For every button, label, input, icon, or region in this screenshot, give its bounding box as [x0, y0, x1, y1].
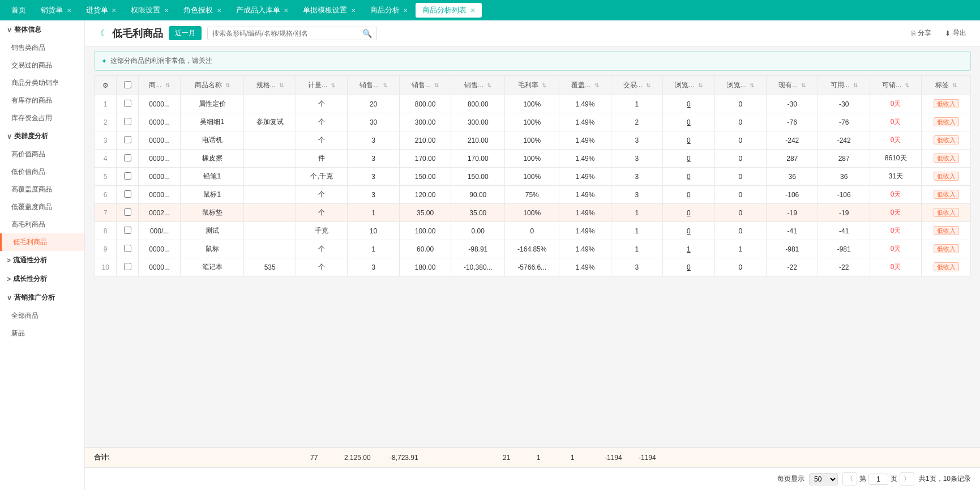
nav-sales[interactable]: 销货单 ✕ [34, 3, 78, 18]
col-code[interactable]: 商... ⇅ [139, 76, 181, 95]
nav-permissions[interactable]: 权限设置 ✕ [124, 3, 176, 18]
row-checkbox[interactable] [117, 240, 139, 258]
nav-analysis-list[interactable]: 商品分析列表 ✕ [416, 3, 482, 18]
nav-close-roles[interactable]: ✕ [217, 7, 221, 14]
row-browse1[interactable]: 0 [663, 168, 714, 186]
collapse-sidebar-btn[interactable]: 《 [94, 28, 106, 39]
col-unit[interactable]: 计量... ⇅ [296, 76, 347, 95]
col-browse2[interactable]: 浏览... ⇅ [714, 76, 766, 95]
browse1-link[interactable]: 0 [687, 263, 691, 271]
row-browse1[interactable]: 0 [663, 131, 714, 150]
browse1-link[interactable]: 0 [687, 155, 691, 163]
nav-close-analysis-list[interactable]: ✕ [470, 7, 475, 14]
row-checkbox[interactable] [117, 131, 139, 150]
sidebar-item-new-goods[interactable]: 新品 [0, 325, 84, 342]
row-select-checkbox[interactable] [124, 190, 131, 198]
col-sellable[interactable]: 可销... ⇅ [870, 76, 921, 95]
sidebar-item-traded-goods[interactable]: 交易过的商品 [0, 57, 84, 74]
search-input[interactable] [212, 29, 362, 37]
row-checkbox[interactable] [117, 150, 139, 168]
nav-close-purchase[interactable]: ✕ [112, 7, 116, 14]
col-available[interactable]: 可用... ⇅ [818, 76, 870, 95]
row-checkbox[interactable] [117, 95, 139, 113]
sidebar-item-all-goods[interactable]: 全部商品 [0, 307, 84, 325]
row-browse1[interactable]: 0 [663, 222, 714, 240]
nav-home[interactable]: 首页 [5, 3, 33, 18]
nav-close-products[interactable]: ✕ [284, 7, 288, 14]
row-checkbox[interactable] [117, 258, 139, 276]
col-spec[interactable]: 规格... ⇅ [244, 76, 296, 95]
browse1-link[interactable]: 0 [687, 173, 691, 181]
col-current[interactable]: 现有... ⇅ [767, 76, 818, 95]
sidebar-item-low-margin[interactable]: 低毛利商品 [0, 233, 84, 251]
row-browse1[interactable]: 0 [663, 113, 714, 131]
sidebar-item-stock-goods[interactable]: 有库存的商品 [0, 92, 84, 109]
col-sales-qty[interactable]: 销售... ⇅ [348, 76, 399, 95]
row-select-checkbox[interactable] [124, 118, 131, 125]
export-btn[interactable]: ⬇ 导出 [940, 27, 971, 40]
col-sales-price[interactable]: 销售... ⇅ [399, 76, 451, 95]
nav-close-permissions[interactable]: ✕ [164, 7, 169, 14]
browse1-link[interactable]: 0 [687, 118, 691, 126]
browse1-link[interactable]: 0 [687, 191, 691, 199]
row-browse1[interactable]: 1 [663, 240, 714, 258]
sidebar-group-overall[interactable]: ∨ 整体信息 [0, 20, 84, 39]
browse1-link[interactable]: 1 [687, 245, 691, 253]
row-browse1[interactable]: 0 [663, 204, 714, 222]
sidebar-item-high-coverage[interactable]: 高覆盖度商品 [0, 181, 84, 198]
nav-close-sales[interactable]: ✕ [67, 7, 71, 14]
nav-products[interactable]: 产成品入库单 ✕ [229, 3, 296, 18]
next-page-btn[interactable]: 〉 [900, 472, 914, 485]
sidebar-item-high-margin[interactable]: 高毛利商品 [0, 216, 84, 233]
row-select-checkbox[interactable] [124, 100, 131, 107]
row-checkbox[interactable] [117, 168, 139, 186]
sidebar-group-cluster[interactable]: ∨ 类群度分析 [0, 127, 84, 146]
sidebar-item-low-value[interactable]: 低价值商品 [0, 163, 84, 181]
row-select-checkbox[interactable] [124, 208, 131, 216]
filter-recent-month-btn[interactable]: 近一月 [169, 26, 202, 40]
browse1-link[interactable]: 0 [687, 209, 691, 217]
row-select-checkbox[interactable] [124, 263, 131, 270]
search-icon[interactable]: 🔍 [362, 29, 372, 38]
col-trade[interactable]: 交易... ⇅ [611, 76, 662, 95]
row-select-checkbox[interactable] [124, 227, 131, 234]
share-btn[interactable]: ⎘ 分享 [907, 27, 936, 40]
sidebar-item-high-value[interactable]: 高价值商品 [0, 146, 84, 163]
row-select-checkbox[interactable] [124, 172, 131, 180]
page-size-select[interactable]: 50 20 100 [809, 473, 838, 485]
col-tag[interactable]: 标签 ⇅ [922, 76, 971, 95]
nav-close-analysis[interactable]: ✕ [403, 7, 408, 14]
row-select-checkbox[interactable] [124, 154, 131, 161]
row-select-checkbox[interactable] [124, 136, 131, 143]
sidebar-group-circulation[interactable]: > 流通性分析 [0, 251, 84, 270]
col-name[interactable]: 商品名称 ⇅ [181, 76, 244, 95]
col-coverage[interactable]: 覆盖... ⇅ [559, 76, 611, 95]
row-browse1[interactable]: 0 [663, 95, 714, 113]
col-checkbox[interactable] [117, 76, 139, 95]
col-sales-amount[interactable]: 销售... ⇅ [451, 76, 505, 95]
page-input[interactable] [868, 474, 888, 485]
sidebar-group-growth[interactable]: > 成长性分析 [0, 270, 84, 288]
nav-purchase[interactable]: 进货单 ✕ [79, 3, 123, 18]
row-checkbox[interactable] [117, 222, 139, 240]
select-all-checkbox[interactable] [124, 81, 131, 88]
sidebar-group-marketing[interactable]: ∨ 营销推广分析 [0, 288, 84, 307]
browse1-link[interactable]: 0 [687, 100, 691, 108]
col-gross-margin[interactable]: 毛利率 ⇅ [505, 76, 559, 95]
sidebar-item-category-rate[interactable]: 商品分类助销率 [0, 74, 84, 92]
nav-close-templates[interactable]: ✕ [351, 7, 356, 14]
row-checkbox[interactable] [117, 186, 139, 204]
browse1-link[interactable]: 0 [687, 227, 691, 235]
row-select-checkbox[interactable] [124, 245, 131, 252]
row-checkbox[interactable] [117, 204, 139, 222]
row-browse1[interactable]: 0 [663, 150, 714, 168]
row-checkbox[interactable] [117, 113, 139, 131]
prev-page-btn[interactable]: 〈 [842, 472, 857, 485]
row-browse1[interactable]: 0 [663, 186, 714, 204]
sidebar-item-sales-goods[interactable]: 销售类商品 [0, 39, 84, 57]
nav-analysis[interactable]: 商品分析 ✕ [363, 3, 415, 18]
col-browse1[interactable]: 浏览... ⇅ [663, 76, 714, 95]
nav-roles[interactable]: 角色授权 ✕ [177, 3, 228, 18]
col-settings[interactable]: ⚙ [95, 76, 117, 95]
table-container[interactable]: ⚙ 商... ⇅ 商品名称 ⇅ 规格... ⇅ 计量... ⇅ 销售... ⇅ … [85, 75, 980, 447]
